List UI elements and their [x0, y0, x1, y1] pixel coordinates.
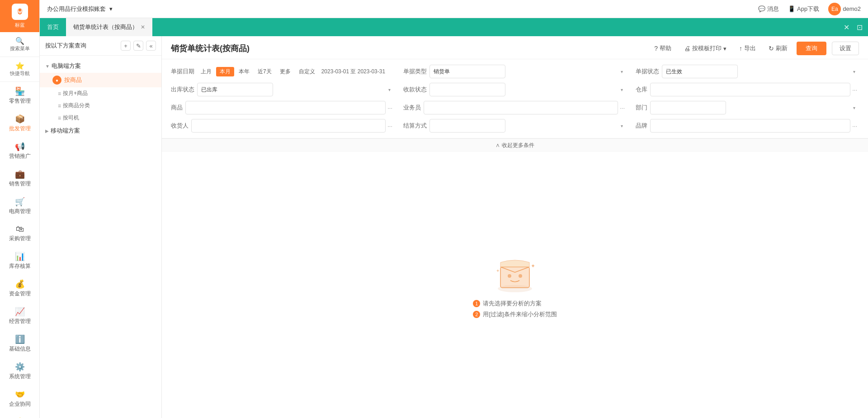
date-tab-current-month[interactable]: 本月 — [216, 67, 234, 76]
tab-close-window-btn[interactable]: ✕ — [842, 21, 851, 33]
date-tabs: 上月 本月 本年 近7天 更多 自定义 — [197, 67, 319, 76]
tab-home-label: 首页 — [47, 23, 59, 31]
workspace-name: 办公用品行业模拟账套 — [47, 5, 106, 13]
goods-input[interactable] — [185, 101, 386, 114]
sidebar-item-purchase-label: 采购管理 — [9, 235, 31, 242]
page-actions: ? 帮助 🖨 按模板打印 ▾ ↑ 导出 ↻ 刷新 — [651, 42, 859, 55]
salesperson-input[interactable] — [424, 101, 618, 114]
export-btn[interactable]: ↑ 导出 — [736, 43, 760, 54]
sidebar-item-sales[interactable]: 💼 销售管理 — [0, 165, 39, 192]
user-profile[interactable]: Ea demo2 — [828, 3, 861, 15]
doc-type-arrow-icon: ▾ — [621, 69, 623, 74]
tab-home[interactable]: 首页 — [40, 18, 66, 36]
sidebar-item-operation[interactable]: 📈 经营管理 — [0, 302, 39, 330]
edit-scheme-btn[interactable]: ✎ — [133, 41, 143, 51]
tab-sales-stats[interactable]: 销货单统计表（按商品） ✕ — [66, 18, 152, 36]
payment-status-input[interactable] — [429, 83, 505, 96]
sidebar-item-system[interactable]: ⚙️ 系统管理 — [0, 357, 39, 385]
print-btn[interactable]: 🖨 按模板打印 ▾ — [680, 43, 730, 54]
left-panel: 按以下方案查询 + ✎ « ▼ 电脑端方案 — [40, 36, 162, 418]
tab-sales-stats-close[interactable]: ✕ — [141, 24, 145, 30]
tree-item-by-category[interactable]: ≡ 按商品分类 — [40, 100, 161, 112]
app-download-btn[interactable]: 📱 App下载 — [788, 5, 819, 13]
date-tab-current-year[interactable]: 本年 — [235, 67, 253, 76]
help-label: 帮助 — [660, 44, 671, 52]
filter-cell-brand: 品牌 ··· — [636, 119, 859, 133]
tree-item-by-month-goods[interactable]: ≡ 按月+商品 — [40, 87, 161, 100]
sidebar-item-wholesale[interactable]: 📦 批发管理 — [0, 109, 39, 137]
sidebar-item-marketing-label: 营销推广 — [9, 152, 31, 160]
content-area: 按以下方案查询 + ✎ « ▼ 电脑端方案 — [40, 36, 868, 418]
tree-item-by-driver[interactable]: ≡ 按司机 — [40, 112, 161, 124]
left-panel-actions: + ✎ « — [121, 41, 156, 51]
svg-point-5 — [508, 274, 511, 278]
goods-label: 商品 — [171, 104, 183, 112]
recipient-dots-btn[interactable]: ··· — [386, 123, 394, 129]
add-scheme-btn[interactable]: + — [121, 41, 131, 51]
query-button[interactable]: 查询 — [797, 42, 826, 55]
refresh-icon: ↻ — [769, 45, 774, 52]
date-tab-more[interactable]: 更多 — [276, 67, 294, 76]
sidebar-item-enterprise[interactable]: 🤝 企业协同 — [0, 385, 39, 413]
purchase-icon: 🛍 — [16, 224, 24, 234]
workspace-dropdown-icon: ▾ — [109, 5, 113, 12]
sidebar-item-inventory[interactable]: 📊 库存核算 — [0, 247, 39, 275]
tree-item-by-goods[interactable]: ● 按商品 — [40, 73, 161, 87]
collapse-more-btn[interactable]: ∧ 收起更多条件 — [162, 138, 868, 152]
hint-2-num: 2 — [473, 311, 480, 318]
out-status-input[interactable] — [197, 83, 273, 96]
hint-1-num: 1 — [473, 300, 480, 307]
sidebar-item-guide[interactable]: 🌟 新手引导 — [0, 413, 39, 418]
help-btn[interactable]: ? 帮助 — [651, 43, 675, 54]
inventory-icon: 📊 — [15, 252, 25, 261]
filter-cell-recipient: 收货人 ··· — [171, 119, 394, 133]
sidebar-item-enterprise-label: 企业协同 — [9, 400, 31, 408]
settings-button[interactable]: 设置 — [832, 42, 859, 55]
date-tab-last-month[interactable]: 上月 — [197, 67, 215, 76]
sidebar-item-basic[interactable]: ℹ️ 基础信息 — [0, 330, 39, 357]
sidebar-item-finance[interactable]: 💰 资金管理 — [0, 275, 39, 302]
tab-sales-stats-label: 销货单统计表（按商品） — [73, 23, 138, 31]
warehouse-label: 仓库 — [636, 86, 647, 94]
sidebar-item-purchase[interactable]: 🛍 采购管理 — [0, 220, 39, 247]
salesperson-dots-btn[interactable]: ··· — [618, 104, 627, 111]
tree-group-pc[interactable]: ▼ 电脑端方案 — [40, 59, 161, 73]
brand-input[interactable] — [650, 119, 850, 133]
print-icon: 🖨 — [684, 45, 690, 52]
quick-nav-item[interactable]: ⭐ 快捷导航 — [0, 57, 39, 81]
filter-cell-salesperson: 业务员 ··· — [403, 101, 627, 114]
workspace-selector[interactable]: 办公用品行业模拟账套 ▾ — [47, 5, 113, 13]
recipient-input[interactable] — [191, 119, 386, 133]
retail-icon: 🏪 — [15, 86, 25, 96]
sidebar-item-marketing[interactable]: 📢 营销推广 — [0, 137, 39, 165]
doc-type-input[interactable] — [429, 65, 505, 78]
message-btn[interactable]: 💬 消息 — [758, 5, 779, 13]
sidebar-item-sales-label: 销售管理 — [9, 180, 31, 188]
tree-item-by-category-label: 按商品分类 — [63, 102, 90, 109]
goods-dots-btn[interactable]: ··· — [386, 104, 394, 111]
date-tab-custom[interactable]: 自定义 — [295, 67, 319, 76]
brand-label: 品牌 — [636, 122, 647, 130]
svg-rect-3 — [500, 267, 529, 288]
user-name: demo2 — [843, 5, 861, 12]
doc-status-label: 单据状态 — [636, 67, 659, 76]
salesperson-label: 业务员 — [403, 104, 421, 112]
brand-dots-btn[interactable]: ··· — [850, 123, 859, 129]
right-panel: 销货单统计表(按商品) ? 帮助 🖨 按模板打印 ▾ ↑ 导出 — [162, 36, 868, 418]
by-driver-icon: ≡ — [58, 115, 61, 121]
hint-2-text: 用[过滤]条件来缩小分析范围 — [483, 310, 557, 318]
warehouse-dots-btn[interactable]: ··· — [850, 86, 859, 93]
dept-input[interactable] — [650, 101, 726, 114]
sidebar-item-ecommerce[interactable]: 🛒 电商管理 — [0, 192, 39, 220]
search-menu-item[interactable]: 🔍 搜索菜单 — [0, 32, 39, 57]
doc-status-input[interactable] — [662, 65, 738, 78]
refresh-btn[interactable]: ↻ 刷新 — [765, 43, 791, 54]
payment-method-input[interactable] — [429, 119, 505, 133]
scheme-tree: ▼ 电脑端方案 ● 按商品 ≡ 按月+商品 ≡ 按商品分类 ≡ 按司 — [40, 56, 161, 141]
sidebar-item-retail[interactable]: 🏪 零售管理 — [0, 82, 39, 109]
tree-group-mobile[interactable]: ▶ 移动端方案 — [40, 124, 161, 138]
warehouse-input[interactable] — [650, 83, 850, 96]
tab-maximize-btn[interactable]: ⊡ — [855, 21, 864, 33]
date-tab-last-7[interactable]: 近7天 — [254, 67, 275, 76]
collapse-panel-btn[interactable]: « — [146, 41, 156, 51]
